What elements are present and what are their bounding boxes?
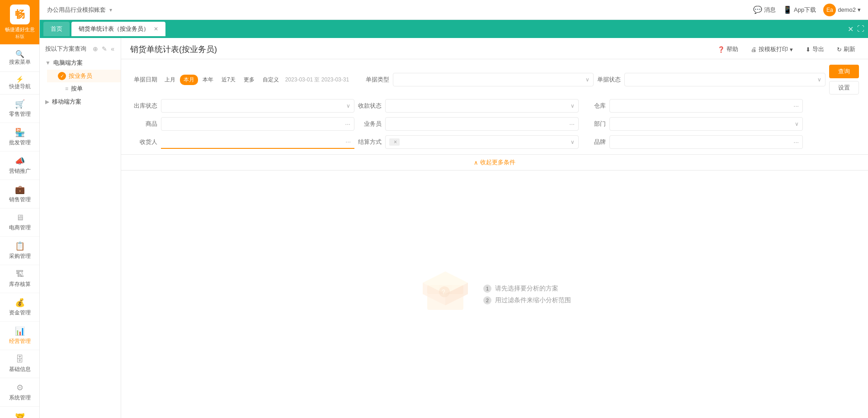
maximize-button[interactable]: ⛶ — [857, 25, 864, 33]
doc-status-select[interactable]: ∨ — [624, 73, 826, 86]
receipt-status-select[interactable]: ∨ — [385, 99, 579, 113]
inventory-icon: 🏗 — [16, 270, 24, 279]
tab-active[interactable]: 销货单统计表（按业务员） ✕ — [71, 22, 165, 36]
collapse-bar[interactable]: ∧ 收起更多条件 — [121, 155, 868, 171]
empty-tip-1: 1 请先选择要分析的方案 — [483, 285, 571, 293]
wholesale-icon: 🏪 — [15, 128, 25, 138]
export-icon: ⬇ — [806, 46, 811, 53]
sidebar: 畅 畅捷通好生意 标版 🔍 搜索菜单 ⚡ 快捷导航 🛒 零售管理 🏪 批发管理 … — [0, 0, 40, 418]
payment-tag-remove[interactable]: × — [394, 139, 397, 145]
empty-illustration: ? — [418, 262, 472, 326]
marketing-label: 营销推广 — [9, 167, 31, 175]
tab-home-label: 首页 — [51, 25, 62, 33]
add-scheme-button[interactable]: ⊕ — [92, 44, 99, 53]
brand-select[interactable]: ··· — [609, 135, 803, 149]
filter-receipt-status-cell: 收款状态 ∨ — [354, 99, 579, 113]
sidebar-item-wholesale[interactable]: 🏪 批发管理 — [0, 123, 39, 152]
sidebar-item-purchase[interactable]: 📋 采购管理 — [0, 237, 39, 265]
sidebar-item-inventory[interactable]: 🏗 库存核算 — [0, 265, 39, 293]
shortcut-label: 快捷导航 — [9, 83, 31, 90]
sidebar-logo[interactable]: 畅 畅捷通好生意 标版 — [0, 0, 39, 44]
tree-item-salesman[interactable]: ✓ 按业务员 — [47, 70, 121, 82]
refresh-icon: ↻ — [837, 46, 842, 53]
settings-button[interactable]: 设置 — [829, 81, 859, 95]
date-this-month-btn[interactable]: 本月 — [180, 75, 198, 85]
print-button[interactable]: 🖨 按模板打印 ▾ — [747, 43, 797, 55]
payment-label: 结算方式 — [354, 138, 382, 146]
out-status-select[interactable]: ∨ — [161, 99, 354, 113]
user-name: demo2 — [838, 6, 856, 13]
tree-mobile-expand-icon: ▶ — [45, 99, 49, 105]
filter-dept-cell: 部门 ∨ — [579, 117, 803, 131]
sidebar-item-sales[interactable]: 💼 销售管理 — [0, 180, 39, 209]
goods-select[interactable]: ··· — [161, 117, 354, 131]
date-last-month-btn[interactable]: 上月 — [161, 75, 179, 85]
salesman-label: 业务员 — [354, 120, 382, 128]
goods-dots: ··· — [345, 120, 350, 128]
date-custom-btn[interactable]: 自定义 — [259, 75, 283, 85]
tree-item-order[interactable]: ≡ 按单 — [47, 82, 121, 95]
left-panel-header-label: 按以下方案查询 — [45, 45, 86, 53]
empty-state: ? 1 请先选择要分析的方案 2 用过滤条件来缩小分析范围 — [121, 171, 868, 418]
tree-desktop-sub: ✓ 按业务员 ≡ 按单 — [40, 70, 121, 95]
tree-salesman-label: 按业务员 — [69, 72, 92, 80]
tree-mobile-group[interactable]: ▶ 移动端方案 — [40, 95, 121, 109]
shortcut-nav-button[interactable]: ⚡ 快捷导航 — [3, 74, 37, 92]
sidebar-item-retail[interactable]: 🛒 零售管理 — [0, 95, 39, 123]
print-label: 按模板打印 — [759, 45, 788, 53]
tree-expand-icon: ▼ — [45, 60, 51, 66]
page-header: 销货单统计表(按业务员) ❓ 帮助 🖨 按模板打印 ▾ ⬇ 导出 — [121, 38, 868, 59]
tree-mobile-label: 移动端方案 — [52, 98, 81, 106]
warehouse-label: 仓库 — [579, 102, 606, 110]
tab-close-icon[interactable]: ✕ — [154, 26, 158, 32]
warehouse-select[interactable]: ··· — [609, 99, 803, 113]
marketing-icon: 📣 — [15, 156, 25, 166]
date-last-7days-btn[interactable]: 近7天 — [218, 75, 239, 85]
tab-home[interactable]: 首页 — [43, 22, 70, 36]
doc-type-arrow: ∨ — [585, 76, 590, 83]
filter-doc-type-cell: 单据类型 ∨ — [362, 73, 594, 86]
query-button[interactable]: 查询 — [829, 65, 859, 78]
sidebar-item-finance[interactable]: 💰 资金管理 — [0, 293, 39, 322]
refresh-button[interactable]: ↻ 刷新 — [833, 43, 859, 55]
message-icon: 💬 — [753, 5, 762, 14]
app-download-button[interactable]: 📱 App下载 — [783, 5, 816, 14]
tab-active-label: 销货单统计表（按业务员） — [79, 25, 149, 33]
date-this-year-btn[interactable]: 本年 — [199, 75, 217, 85]
tree-desktop-group[interactable]: ▼ 电脑端方案 — [40, 56, 121, 70]
sidebar-item-operation[interactable]: 📊 经营管理 — [0, 322, 39, 350]
payment-tag-container: × — [389, 138, 400, 146]
ecommerce-icon: 🖥 — [16, 213, 24, 223]
header-left: 办公用品行业模拟账套 ▾ — [47, 6, 112, 14]
doc-type-select[interactable]: ∨ — [393, 73, 594, 86]
order-icon: ≡ — [65, 86, 68, 92]
payment-select[interactable]: × ∨ — [385, 135, 579, 149]
date-more-btn[interactable]: 更多 — [240, 75, 258, 85]
salesman-select[interactable]: ··· — [385, 117, 579, 131]
breadcrumb-text: 办公用品行业模拟账套 — [47, 6, 106, 14]
sidebar-item-enterprise[interactable]: 🤝 企业协同 — [0, 407, 39, 418]
dept-select[interactable]: ∨ — [609, 117, 803, 131]
consignee-label: 收货人 — [130, 138, 157, 146]
purchase-label: 采购管理 — [9, 252, 31, 260]
help-button[interactable]: ❓ 帮助 — [714, 43, 742, 55]
collapse-panel-button[interactable]: « — [110, 44, 115, 53]
left-panel-actions: ⊕ ✎ « — [92, 44, 115, 53]
sidebar-item-basic[interactable]: 🗄 基础信息 — [0, 350, 39, 378]
breadcrumb-dropdown-icon[interactable]: ▾ — [109, 7, 112, 13]
edit-scheme-button[interactable]: ✎ — [101, 44, 108, 53]
close-tab-button[interactable]: ✕ — [848, 25, 854, 33]
export-button[interactable]: ⬇ 导出 — [802, 43, 828, 55]
user-dropdown-icon: ▾ — [858, 6, 861, 13]
logo-text: 畅捷通好生意 — [5, 26, 35, 33]
user-profile[interactable]: Ea demo2 ▾ — [823, 4, 861, 16]
sidebar-item-marketing[interactable]: 📣 营销推广 — [0, 152, 39, 180]
consignee-input[interactable]: ··· — [161, 135, 354, 149]
sidebar-item-system[interactable]: ⚙ 系统管理 — [0, 378, 39, 407]
search-menu-button[interactable]: 🔍 搜索菜单 — [3, 48, 37, 68]
sidebar-item-ecommerce[interactable]: 🖥 电商管理 — [0, 209, 39, 237]
help-icon: ❓ — [717, 46, 725, 53]
top-header: 办公用品行业模拟账套 ▾ 💬 消息 📱 App下载 Ea demo2 ▾ — [40, 0, 868, 20]
message-button[interactable]: 💬 消息 — [753, 5, 776, 14]
tip-num-2: 2 — [483, 296, 491, 304]
